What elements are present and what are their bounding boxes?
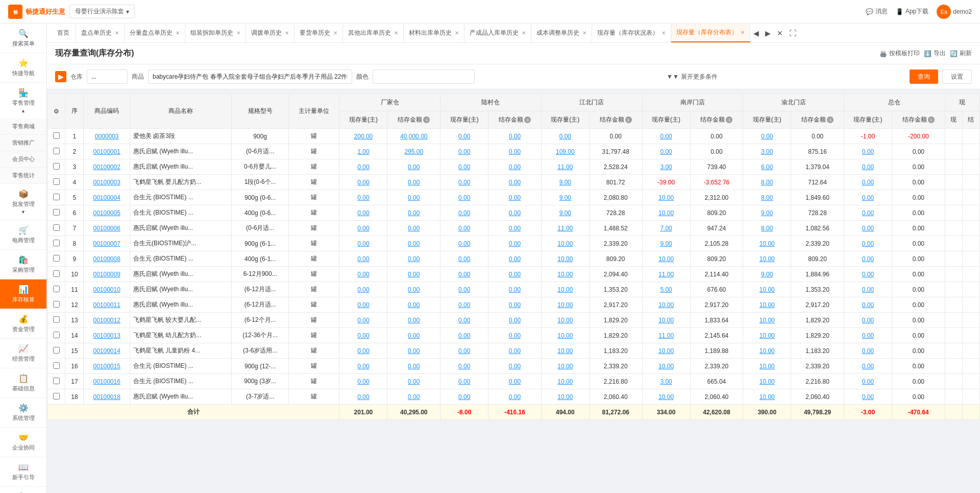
row-namd-qty[interactable]: 11.00: [642, 328, 690, 343]
row-jbmd-qty[interactable]: 11.00: [541, 221, 589, 236]
expand-more-btn[interactable]: ▼▼ 展开更多条件: [667, 73, 718, 81]
sidebar-item-ops[interactable]: 📈 经营管理: [0, 339, 46, 368]
row-yb-qty[interactable]: 9.00: [743, 205, 791, 221]
row-jbmd-qty[interactable]: 10.00: [541, 328, 589, 343]
row-yb-qty[interactable]: 6.00: [743, 159, 791, 175]
tab-stock-status-close[interactable]: ✕: [662, 30, 666, 36]
row-checkbox[interactable]: [47, 236, 65, 251]
row-jbmd-qty[interactable]: 10.00: [541, 267, 589, 282]
row-cgc-qty[interactable]: 0.00: [339, 267, 387, 282]
row-yb-qty[interactable]: 10.00: [743, 389, 791, 405]
row-checkbox[interactable]: [47, 205, 65, 221]
row-total-qty[interactable]: 0.00: [844, 374, 892, 389]
store-selector[interactable]: 母婴行业演示陈套 ▾: [69, 5, 135, 18]
row-cgc-qty[interactable]: 0.00: [339, 389, 387, 405]
row-cgc-qty[interactable]: 0.00: [339, 221, 387, 236]
sidebar-item-wholesale[interactable]: 📦 批发管理 ▼: [0, 184, 46, 220]
row-namd-qty[interactable]: 10.00: [642, 205, 690, 221]
row-checkbox[interactable]: [47, 221, 65, 236]
tab-next-btn[interactable]: ▶: [762, 27, 774, 39]
row-yb-qty[interactable]: 10.00: [743, 313, 791, 328]
row-lcc-qty[interactable]: 0.00: [440, 389, 488, 405]
sidebar-item-marketing[interactable]: 营销推广: [0, 135, 46, 151]
row-total-qty[interactable]: 0.00: [844, 313, 892, 328]
row-checkbox[interactable]: [47, 313, 65, 328]
message-btn[interactable]: 💬 消息: [866, 7, 888, 16]
row-total-qty[interactable]: 0.00: [844, 251, 892, 267]
tab-material-out-close[interactable]: ✕: [455, 30, 459, 36]
tab-stock-status[interactable]: 现存量（库存状况表） ✕: [592, 24, 671, 42]
row-lcc-qty[interactable]: 0.00: [440, 282, 488, 297]
row-jbmd-qty[interactable]: 9.00: [541, 175, 589, 190]
row-namd-qty[interactable]: 10.00: [642, 343, 690, 359]
row-lcc-qty[interactable]: 0.00: [440, 374, 488, 389]
tab-product-in-close[interactable]: ✕: [522, 30, 526, 36]
row-yb-qty[interactable]: 10.00: [743, 282, 791, 297]
tab-cost-adjust-close[interactable]: ✕: [582, 30, 586, 36]
row-namd-qty[interactable]: 11.00: [642, 267, 690, 282]
row-cgc-qty[interactable]: 0.00: [339, 236, 387, 251]
row-jbmd-qty[interactable]: 9.00: [541, 205, 589, 221]
row-total-qty[interactable]: 0.00: [844, 221, 892, 236]
row-jbmd-qty[interactable]: 10.00: [541, 343, 589, 359]
row-cgc-qty[interactable]: 200.00: [339, 129, 387, 144]
row-jbmd-qty[interactable]: 10.00: [541, 282, 589, 297]
user-area[interactable]: Ea demo2: [937, 5, 972, 19]
row-namd-qty[interactable]: 3.00: [642, 374, 690, 389]
row-lcc-qty[interactable]: 0.00: [440, 159, 488, 175]
tab-expand-btn[interactable]: ⛶: [786, 27, 799, 39]
row-yb-qty[interactable]: 8.00: [743, 190, 791, 205]
th-settings[interactable]: ⚙: [47, 94, 65, 129]
row-jbmd-qty[interactable]: 10.00: [541, 374, 589, 389]
tab-other-out[interactable]: 其他出库单历史 ✕: [343, 24, 404, 42]
row-yb-qty[interactable]: 10.00: [743, 374, 791, 389]
row-total-qty[interactable]: 0.00: [844, 205, 892, 221]
row-yb-qty[interactable]: 10.00: [743, 251, 791, 267]
sidebar-item-retail[interactable]: 🏪 零售管理 ▲: [0, 83, 46, 119]
row-total-qty[interactable]: 0.00: [844, 267, 892, 282]
row-jbmd-qty[interactable]: 10.00: [541, 389, 589, 405]
tab-cost-adjust[interactable]: 成本调整单历史 ✕: [531, 24, 592, 42]
app-download-btn[interactable]: 📱 App下载: [896, 7, 928, 16]
sidebar-item-retail-shop[interactable]: 零售商城: [0, 119, 46, 135]
row-jbmd-qty[interactable]: 11.00: [541, 159, 589, 175]
row-lcc-qty[interactable]: 0.00: [440, 221, 488, 236]
row-namd-qty[interactable]: -39.00: [642, 175, 690, 190]
row-yb-qty[interactable]: 9.00: [743, 267, 791, 282]
row-namd-qty[interactable]: 10.00: [642, 359, 690, 374]
row-checkbox[interactable]: [47, 328, 65, 343]
row-namd-qty[interactable]: 3.00: [642, 159, 690, 175]
row-checkbox[interactable]: [47, 267, 65, 282]
row-cgc-qty[interactable]: 0.00: [339, 313, 387, 328]
row-cgc-qty[interactable]: 0.00: [339, 328, 387, 343]
row-cgc-qty[interactable]: 0.00: [339, 359, 387, 374]
print-btn[interactable]: 🖨️ 按模板打印: [879, 49, 920, 58]
row-jbmd-qty[interactable]: 10.00: [541, 359, 589, 374]
row-checkbox[interactable]: [47, 175, 65, 190]
row-yb-qty[interactable]: 10.00: [743, 236, 791, 251]
row-lcc-qty[interactable]: 0.00: [440, 313, 488, 328]
row-total-qty[interactable]: 0.00: [844, 389, 892, 405]
row-checkbox[interactable]: [47, 129, 65, 144]
tab-stock-dist-close[interactable]: ✕: [741, 30, 745, 35]
filter-expand-btn[interactable]: ▶: [55, 71, 66, 82]
tab-group-disassemble[interactable]: 组装拆卸单历史 ✕: [185, 24, 246, 42]
row-checkbox[interactable]: [47, 282, 65, 297]
row-lcc-qty[interactable]: 0.00: [440, 359, 488, 374]
sidebar-item-system[interactable]: ⚙️ 系统管理: [0, 398, 46, 428]
row-yb-qty[interactable]: 10.00: [743, 343, 791, 359]
sidebar-item-collab[interactable]: 🤝 企业协同: [0, 428, 46, 457]
row-cgc-qty[interactable]: 0.00: [339, 159, 387, 175]
tab-inventory-check-close[interactable]: ✕: [115, 30, 119, 36]
row-jbmd-qty[interactable]: 109.00: [541, 144, 589, 159]
row-total-qty[interactable]: 0.00: [844, 175, 892, 190]
row-total-qty[interactable]: 0.00: [844, 144, 892, 159]
search-btn[interactable]: 查询: [910, 69, 938, 84]
row-lcc-qty[interactable]: 0.00: [440, 144, 488, 159]
row-jbmd-qty[interactable]: 10.00: [541, 251, 589, 267]
row-total-qty[interactable]: 0.00: [844, 328, 892, 343]
sidebar-item-retail-stat[interactable]: 零售统计: [0, 168, 46, 184]
row-yb-qty[interactable]: 10.00: [743, 359, 791, 374]
row-total-qty[interactable]: -1.00: [844, 129, 892, 144]
row-lcc-qty[interactable]: 0.00: [440, 175, 488, 190]
